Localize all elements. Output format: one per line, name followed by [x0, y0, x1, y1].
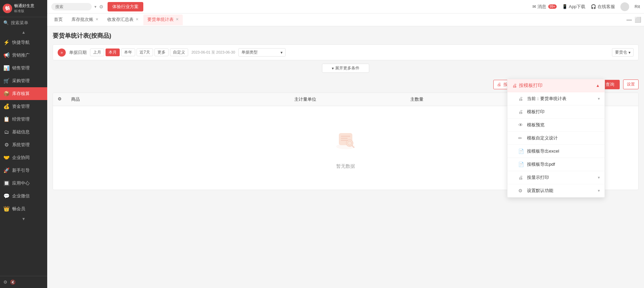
- warehouse-select[interactable]: 要货仓 ▾: [612, 48, 634, 57]
- sidebar-item-system[interactable]: ⚙ 系统管理: [0, 138, 47, 151]
- template-design-item[interactable]: ✏ 模板自定义设计: [507, 132, 605, 145]
- audio-icon[interactable]: 🔇: [10, 280, 16, 285]
- template-preview-item[interactable]: 👁 模板预览: [507, 119, 605, 132]
- sidebar-item-operation[interactable]: 📋 经营管理: [0, 113, 47, 126]
- phone-icon: 📱: [562, 4, 567, 9]
- date-btn-this-month[interactable]: 本月: [106, 49, 120, 56]
- sidebar-search[interactable]: 🔍 搜索菜单: [0, 17, 47, 29]
- tab-receipt-summary-close[interactable]: ✕: [136, 17, 139, 22]
- system-icon: ⚙: [3, 142, 9, 148]
- sidebar-item-finance[interactable]: 💰 资金管理: [0, 100, 47, 113]
- online-service-label: 在线客服: [597, 4, 615, 10]
- empty-text: 暂无数据: [336, 163, 355, 169]
- sidebar-item-label: 资金管理: [12, 103, 30, 109]
- topbar-chevron-icon[interactable]: ▾: [94, 4, 96, 9]
- messages-badge: 99+: [548, 4, 557, 9]
- app-info: 畅通好生意 标准版: [14, 3, 34, 13]
- sidebar-item-marketing[interactable]: 📢 营销推广: [0, 49, 47, 62]
- set-default-item[interactable]: ⚙ 设置默认功能 ▾: [507, 184, 605, 197]
- template-design-icon: ✏: [518, 135, 524, 141]
- app-download-label: App下载: [569, 4, 585, 10]
- date-btn-more[interactable]: 更多: [154, 49, 169, 56]
- tab-order-stats-close[interactable]: ✕: [176, 17, 179, 22]
- current-chevron-icon: ▾: [598, 96, 600, 101]
- main-area: ▾ ⚙ 体验行业方案 ✉ 消息 99+ 📱 App下载 🎧 在线客服 Rit 首…: [47, 0, 644, 288]
- topbar-gear-icon[interactable]: ⚙: [99, 4, 104, 9]
- wechat-icon: 💬: [3, 193, 9, 199]
- sidebar-item-inventory[interactable]: 📦 库存核算: [0, 87, 47, 100]
- topbar: ▾ ⚙ 体验行业方案 ✉ 消息 99+ 📱 App下载 🎧 在线客服 Rit: [47, 0, 644, 13]
- th-qty: 主数量: [406, 96, 522, 102]
- template-print-label: 模板打印: [527, 109, 545, 115]
- online-service-btn[interactable]: 🎧 在线客服: [591, 4, 615, 10]
- user-avatar[interactable]: [620, 2, 629, 11]
- display-print-item[interactable]: 🖨 按显示打印 ▾: [507, 171, 605, 184]
- tab-order-stats[interactable]: 要货单统计表 ✕: [143, 14, 183, 25]
- sidebar-item-label: 库存核算: [12, 91, 30, 97]
- setting-btn[interactable]: 设置: [623, 79, 639, 89]
- tab-home[interactable]: 首页: [50, 14, 67, 25]
- date-btn-custom[interactable]: 自定义: [170, 49, 188, 56]
- window-minimize-icon[interactable]: —: [626, 17, 632, 23]
- finance-icon: 💰: [3, 103, 9, 109]
- sidebar-item-label: 系统管理: [12, 142, 30, 148]
- experience-btn[interactable]: 体验行业方案: [108, 2, 143, 11]
- sidebar-item-quick-nav[interactable]: ⚡ 快捷导航: [0, 36, 47, 49]
- tab-inventory-batch[interactable]: 库存批次账 ✕: [67, 14, 103, 25]
- app-logo: 畅 畅通好生意 标准版: [0, 0, 47, 17]
- basic-icon: 🗂: [3, 129, 9, 135]
- app-download-btn[interactable]: 📱 App下载: [562, 4, 585, 10]
- sidebar-item-wechat[interactable]: 💬 企业微信: [0, 190, 47, 202]
- content-area: 要货单统计表(按商品) » 单据日期 上月 本月 本年 近7天 更多 自定义 2…: [47, 26, 644, 288]
- warehouse-label: 要货仓: [615, 50, 627, 55]
- messages-btn[interactable]: ✉ 消息 99+: [532, 4, 557, 10]
- tab-receipt-summary[interactable]: 收发存汇总表 ✕: [103, 14, 143, 25]
- sidebar-item-label: 基础信息: [12, 129, 30, 135]
- template-pdf-item[interactable]: 📄 按模板导出pdf: [507, 158, 605, 171]
- sales-icon: 📊: [3, 65, 9, 71]
- print-dropdown-collapse-btn[interactable]: ▲: [596, 83, 600, 88]
- date-range-text: 2023-06-01 至 2023-06-30: [192, 50, 235, 55]
- topbar-search-input[interactable]: [51, 3, 92, 10]
- scroll-up-btn[interactable]: ▲: [0, 29, 47, 36]
- th-check: ⚙: [53, 96, 66, 102]
- print-title-label: 按模板打印: [519, 83, 543, 89]
- date-btn-this-year[interactable]: 本年: [121, 49, 135, 56]
- print-current-item[interactable]: 🖨 当前：要货单统计表 ▾: [507, 92, 605, 105]
- operation-icon: 📋: [3, 116, 9, 122]
- current-print-icon: 🖨: [518, 96, 524, 101]
- th-product: 商品: [66, 96, 290, 102]
- date-btn-7days[interactable]: 近7天: [137, 49, 153, 56]
- sidebar-item-label: 快捷导航: [12, 39, 30, 45]
- expand-more-btn[interactable]: ▾ 展开更多条件: [322, 64, 369, 73]
- sidebar-item-basic[interactable]: 🗂 基础信息: [0, 126, 47, 138]
- sidebar-item-label: 企业协同: [12, 155, 30, 161]
- print-dropdown-title: 🖨 按模板打印: [512, 83, 543, 89]
- doc-type-label: 单据类型: [241, 50, 258, 55]
- date-btn-last-month[interactable]: 上月: [90, 49, 104, 56]
- settings-table-icon[interactable]: ⚙: [58, 96, 62, 102]
- sidebar-item-apps[interactable]: 🔲 应用中心: [0, 177, 47, 190]
- set-default-label: 设置默认功能: [527, 188, 553, 194]
- template-print-item[interactable]: 🖨 模板打印: [507, 105, 605, 119]
- window-maximize-icon[interactable]: ⬜: [635, 17, 641, 23]
- template-excel-item[interactable]: 📄 按模板导出excel: [507, 145, 605, 158]
- filter-right: 要货仓 ▾: [612, 48, 634, 57]
- tab-home-label: 首页: [54, 17, 63, 23]
- search-label: 搜索菜单: [11, 20, 28, 26]
- settings-icon[interactable]: ⚙: [3, 280, 7, 285]
- display-print-label: 按显示打印: [527, 174, 549, 181]
- date-filter-group: 上月 本月 本年 近7天 更多 自定义: [90, 49, 188, 56]
- doc-type-select[interactable]: 单据类型 ▾: [238, 48, 286, 57]
- sidebar-item-collab[interactable]: 🤝 企业协同: [0, 151, 47, 164]
- sidebar-item-member[interactable]: 👑 畅会员: [0, 202, 47, 215]
- display-print-chevron-icon: ▾: [598, 175, 600, 180]
- sidebar-item-purchase[interactable]: 🛒 采购管理: [0, 74, 47, 87]
- tab-inventory-batch-close[interactable]: ✕: [95, 17, 98, 22]
- guide-icon: 🚀: [3, 167, 9, 173]
- filter-expand-btn[interactable]: »: [58, 49, 66, 57]
- sidebar-item-sales[interactable]: 📊 销售管理: [0, 62, 47, 74]
- empty-illustration: [332, 126, 359, 158]
- sidebar-item-guide[interactable]: 🚀 新手引导: [0, 164, 47, 177]
- scroll-down-btn[interactable]: ▼: [0, 215, 47, 223]
